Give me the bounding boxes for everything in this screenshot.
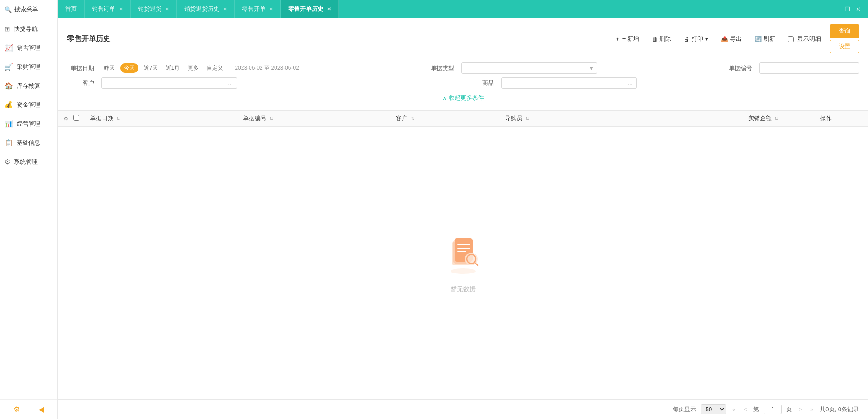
minimize-btn[interactable]: −: [836, 6, 840, 13]
select-all-checkbox[interactable]: [73, 115, 79, 121]
date-opt-yesterday[interactable]: 昨天: [101, 63, 118, 73]
sidebar-item-operation[interactable]: 📊经营管理: [0, 114, 57, 133]
close-btn[interactable]: ✕: [856, 6, 861, 13]
sidebar-item-basic-info[interactable]: 📋基础信息: [0, 133, 57, 152]
add-button[interactable]: ＋ + 新增: [611, 33, 643, 45]
per-page-select[interactable]: 50 10 20 100: [701, 404, 726, 414]
sidebar-search-label: 搜索采单: [14, 5, 38, 14]
nav-label-system-mgmt: 系统管理: [14, 158, 38, 166]
collapse-sidebar-icon[interactable]: ◀: [38, 405, 44, 414]
delete-icon: 🗑: [652, 36, 658, 42]
nav-label-purchase-mgmt: 采购管理: [17, 63, 40, 71]
delete-label: 删除: [659, 35, 671, 43]
sidebar: 🔍 搜索采单 ⊞快捷导航📈销售管理🛒采购管理🏠库存核算💰资金管理📊经营管理📋基础…: [0, 0, 58, 419]
first-page-btn[interactable]: «: [730, 405, 737, 414]
sidebar-item-purchase-mgmt[interactable]: 🛒采购管理: [0, 57, 57, 76]
add-label: + 新增: [622, 35, 639, 43]
main-content: 零售开单历史 ＋ + 新增 🗑 删除 🖨 打印 ▾: [58, 18, 868, 419]
tab-close-retail-open[interactable]: ✕: [269, 6, 273, 12]
goods-dots: ...: [628, 80, 633, 86]
date-opt-more[interactable]: 更多: [185, 63, 201, 73]
page-input[interactable]: [764, 405, 782, 414]
tab-retail-open[interactable]: 零售开单✕: [235, 0, 281, 18]
collapse-btn[interactable]: ∧ 收起更多条件: [67, 92, 859, 106]
sidebar-item-system-mgmt[interactable]: ⚙系统管理: [0, 152, 57, 171]
col-date: 单据日期 ⇅: [85, 111, 237, 127]
col-date-label: 单据日期: [90, 115, 114, 122]
tab-label-sales-return-history: 销货退货历史: [184, 5, 219, 13]
col-amount-sort[interactable]: ⇅: [774, 116, 778, 121]
tab-close-retail-open-history[interactable]: ✕: [327, 6, 331, 12]
search-icon: 🔍: [5, 6, 12, 13]
tab-home[interactable]: 首页: [58, 0, 85, 18]
nav-label-basic-info: 基础信息: [17, 139, 40, 147]
export-button[interactable]: 📤 导出: [717, 33, 745, 45]
tab-bar-right: − ❐ ✕: [836, 6, 868, 13]
print-button[interactable]: 🖨 打印 ▾: [680, 33, 712, 45]
empty-icon: [441, 233, 486, 278]
main-area: 首页销售订单✕销货退货✕销货退货历史✕零售开单✕零售开单历史✕ − ❐ ✕ 零售…: [58, 0, 868, 419]
restore-btn[interactable]: ❐: [845, 6, 850, 13]
date-options: 昨天今天近7天近1月更多自定义: [101, 63, 226, 73]
col-salesperson-sort[interactable]: ⇅: [526, 116, 529, 121]
col-amount-label: 实销金额: [748, 115, 772, 122]
col-customer-sort[interactable]: ⇅: [411, 116, 414, 121]
tab-close-sales-order[interactable]: ✕: [119, 6, 123, 12]
prev-page-btn[interactable]: <: [742, 405, 749, 414]
tab-bar: 首页销售订单✕销货退货✕销货退货历史✕零售开单✕零售开单历史✕ − ❐ ✕: [58, 0, 868, 18]
tab-sales-return[interactable]: 销货退货✕: [131, 0, 177, 18]
per-page-label: 每页显示: [673, 405, 696, 414]
col-customer-label: 客户: [396, 115, 408, 122]
date-opt-last1month[interactable]: 近1月: [163, 63, 183, 73]
date-opt-last7days[interactable]: 近7天: [141, 63, 161, 73]
nav-label-sales-mgmt: 销售管理: [17, 44, 40, 52]
date-opt-custom[interactable]: 自定义: [204, 63, 226, 73]
sidebar-search[interactable]: 🔍 搜索采单: [0, 0, 57, 19]
display-detail-checkbox[interactable]: [788, 36, 794, 42]
filter-area: 单据日期 昨天今天近7天近1月更多自定义 2023-06-02 至 2023-0…: [67, 58, 859, 110]
col-no-sort[interactable]: ⇅: [270, 116, 273, 121]
date-opt-today[interactable]: 今天: [120, 63, 138, 73]
sidebar-item-quick-nav[interactable]: ⊞快捷导航: [0, 19, 57, 38]
last-page-btn[interactable]: »: [808, 405, 815, 414]
doc-no-input[interactable]: [759, 62, 859, 74]
tab-close-sales-return[interactable]: ✕: [165, 6, 169, 12]
sidebar-item-inventory[interactable]: 🏠库存核算: [0, 76, 57, 95]
delete-button[interactable]: 🗑 删除: [648, 33, 675, 45]
goods-input[interactable]: ...: [501, 77, 637, 89]
nav-icon-inventory: 🏠: [5, 82, 13, 90]
tab-close-sales-return-history[interactable]: ✕: [223, 6, 227, 12]
refresh-button[interactable]: 🔄 刷新: [751, 33, 779, 45]
print-dropdown-icon: ▾: [705, 36, 708, 42]
goods-label: 商品: [467, 79, 494, 87]
display-detail-button[interactable]: 显示明细: [784, 33, 825, 45]
col-salesperson: 导购员 ⇅: [499, 111, 631, 127]
tab-sales-order[interactable]: 销售订单✕: [85, 0, 131, 18]
next-page-btn[interactable]: >: [797, 405, 804, 414]
sidebar-item-finance[interactable]: 💰资金管理: [0, 95, 57, 114]
col-date-sort[interactable]: ⇅: [116, 116, 120, 121]
customer-input[interactable]: ...: [101, 77, 237, 89]
page-label-post: 页: [786, 405, 792, 414]
tab-retail-open-history[interactable]: 零售开单历史✕: [281, 0, 339, 18]
date-filter-label: 单据日期: [67, 64, 94, 72]
sidebar-item-sales-mgmt[interactable]: 📈销售管理: [0, 38, 57, 57]
nav-icon-operation: 📊: [5, 120, 13, 128]
page-title-bar: 零售开单历史 ＋ + 新增 🗑 删除 🖨 打印 ▾: [67, 24, 859, 53]
setting-button[interactable]: 设置: [830, 40, 859, 53]
tab-label-retail-open: 零售开单: [242, 5, 266, 13]
table-header-row: ⚙ 单据日期 ⇅ 单据编号 ⇅ 客户 ⇅: [58, 111, 868, 127]
settings-icon[interactable]: ⚙: [14, 405, 20, 414]
nav-icon-finance: 💰: [5, 101, 13, 109]
nav-label-operation: 经营管理: [17, 120, 40, 128]
nav-icon-sales-mgmt: 📈: [5, 44, 13, 52]
doc-type-select[interactable]: ▾: [461, 62, 597, 74]
refresh-label: 刷新: [764, 35, 775, 43]
nav-label-finance: 资金管理: [17, 101, 40, 109]
gear-icon-table[interactable]: ⚙: [63, 115, 69, 122]
query-button[interactable]: 查询: [830, 24, 859, 38]
collapse-label: 收起更多条件: [449, 94, 484, 102]
filter-row-2: 客户 ... 商品 ...: [67, 77, 859, 89]
tab-sales-return-history[interactable]: 销货退货历史✕: [177, 0, 235, 18]
tab-label-retail-open-history: 零售开单历史: [288, 5, 323, 13]
